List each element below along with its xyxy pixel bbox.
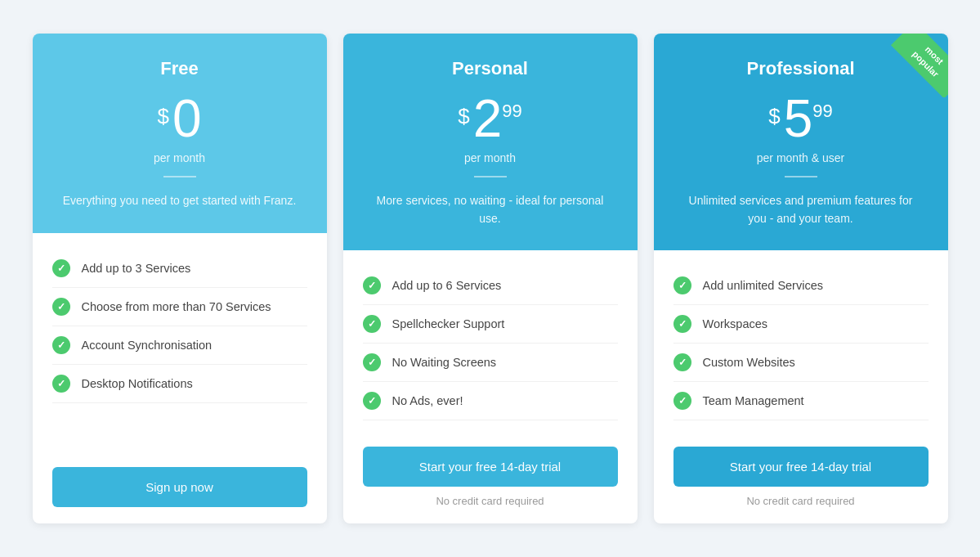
feature-text: Add up to 3 Services xyxy=(82,262,191,275)
plan-price-personal: $299 xyxy=(368,92,613,145)
check-icon xyxy=(673,392,691,410)
check-icon xyxy=(673,353,691,371)
feature-text: Account Synchronisation xyxy=(82,339,213,352)
check-icon xyxy=(363,315,381,333)
cta-button-professional[interactable]: Start your free 14-day trial xyxy=(673,447,929,487)
check-icon xyxy=(52,336,70,354)
plan-divider-professional xyxy=(785,176,817,177)
cta-button-personal[interactable]: Start your free 14-day trial xyxy=(363,447,618,487)
plan-footer-personal: Start your free 14-day trialNo credit ca… xyxy=(343,433,638,523)
check-icon xyxy=(673,315,691,333)
plan-description-personal: More services, no waiting - ideal for pe… xyxy=(368,192,613,227)
plan-card-professional: mostpopularProfessional$599per month & u… xyxy=(654,34,948,523)
plan-divider-free xyxy=(163,176,196,177)
feature-text: No Waiting Screens xyxy=(392,356,497,369)
price-period-professional: per month & user xyxy=(678,151,924,164)
plan-description-free: Everything you need to get started with … xyxy=(57,192,302,210)
feature-text: Add up to 6 Services xyxy=(392,279,502,292)
feature-item: Team Management xyxy=(673,382,929,420)
feature-text: Workspaces xyxy=(703,317,768,330)
feature-item: No Ads, ever! xyxy=(363,382,618,420)
price-period-free: per month xyxy=(57,151,302,164)
price-cents-personal: 99 xyxy=(502,101,521,122)
feature-item: Add up to 6 Services xyxy=(363,267,618,305)
check-icon xyxy=(363,392,381,410)
price-cents-professional: 99 xyxy=(812,101,832,122)
feature-item: Account Synchronisation xyxy=(52,326,307,365)
price-dollar-free: $ xyxy=(157,104,168,129)
price-amount-professional: 5 xyxy=(784,92,813,145)
check-icon xyxy=(363,276,381,294)
plan-name-personal: Personal xyxy=(368,58,613,79)
plan-name-free: Free xyxy=(57,58,302,79)
feature-item: Custom Websites xyxy=(673,344,929,382)
no-credit-personal: No credit card required xyxy=(363,495,618,507)
feature-item: Add up to 3 Services xyxy=(52,249,307,288)
feature-text: Custom Websites xyxy=(703,356,795,369)
feature-item: Add unlimited Services xyxy=(673,267,929,305)
most-popular-badge: mostpopular xyxy=(884,34,948,97)
plan-header-personal: Personal$299per monthMore services, no w… xyxy=(343,34,638,250)
feature-item: Spellchecker Support xyxy=(363,305,618,344)
no-credit-professional: No credit card required xyxy=(673,495,929,507)
feature-text: Desktop Notifications xyxy=(82,377,193,390)
plan-footer-free: Sign up now xyxy=(33,454,327,523)
plan-price-free: $0 xyxy=(57,92,302,145)
plan-features-free: Add up to 3 ServicesChoose from more tha… xyxy=(33,233,327,455)
check-icon xyxy=(52,375,70,393)
check-icon xyxy=(52,298,70,316)
check-icon xyxy=(363,353,381,371)
plan-footer-professional: Start your free 14-day trialNo credit ca… xyxy=(654,433,948,523)
feature-item: Desktop Notifications xyxy=(52,365,307,403)
feature-item: No Waiting Screens xyxy=(363,344,618,382)
plan-features-personal: Add up to 6 ServicesSpellchecker Support… xyxy=(343,250,638,433)
price-period-personal: per month xyxy=(368,151,613,164)
plan-header-free: Free$0per monthEverything you need to ge… xyxy=(33,34,327,233)
plan-header-professional: mostpopularProfessional$599per month & u… xyxy=(654,34,948,250)
feature-item: Workspaces xyxy=(673,305,929,344)
feature-text: Spellchecker Support xyxy=(392,317,505,330)
price-amount-personal: 2 xyxy=(473,92,503,145)
plan-features-professional: Add unlimited ServicesWorkspacesCustom W… xyxy=(654,250,948,433)
feature-text: Add unlimited Services xyxy=(703,279,824,292)
pricing-container: Free$0per monthEverything you need to ge… xyxy=(25,34,956,523)
price-dollar-personal: $ xyxy=(458,104,469,129)
feature-text: Team Management xyxy=(703,394,804,407)
price-dollar-professional: $ xyxy=(768,104,780,129)
check-icon xyxy=(52,259,70,277)
badge-text: mostpopular xyxy=(891,34,947,97)
price-amount-free: 0 xyxy=(172,92,202,145)
feature-text: Choose from more than 70 Services xyxy=(82,300,271,313)
feature-text: No Ads, ever! xyxy=(392,394,463,407)
cta-button-free[interactable]: Sign up now xyxy=(52,467,307,507)
plan-card-personal: Personal$299per monthMore services, no w… xyxy=(343,34,638,523)
plan-description-professional: Unlimited services and premium features … xyxy=(678,192,924,227)
plan-price-professional: $599 xyxy=(678,92,924,145)
check-icon xyxy=(673,276,691,294)
plan-divider-personal xyxy=(474,176,507,177)
feature-item: Choose from more than 70 Services xyxy=(52,288,307,326)
plan-card-free: Free$0per monthEverything you need to ge… xyxy=(33,34,327,523)
